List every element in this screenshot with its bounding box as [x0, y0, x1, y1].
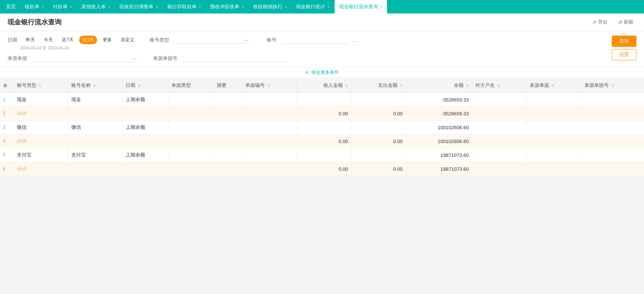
cell-date: 上期余额 [123, 121, 168, 134]
cell-row-num: 5 [0, 148, 14, 162]
table-body: 1 现金 现金 上期余额 -3528659.33 2 小计 0.00 0.00 … [0, 93, 644, 176]
cell-doc-number [242, 107, 297, 121]
source-doc-select-wrapper [33, 55, 138, 62]
sort-account-type-icon[interactable]: ⇅ [38, 84, 41, 88]
cell-account-name [68, 162, 122, 176]
collapse-label: 收起更多条件 [312, 70, 339, 75]
nav-tab-liushuichaxun[interactable]: 现金银行流水查询 × [335, 0, 387, 13]
nav-tab-qitashouru[interactable]: 其他收入单 × [77, 0, 115, 13]
account-label: 账号 [267, 37, 276, 43]
close-tab-3-icon[interactable]: × [156, 0, 158, 13]
nav-tab-shoukuandan[interactable]: 收款单 × [20, 0, 48, 13]
nav-tab-shoukuanhexiao[interactable]: 收款核销执行 × [249, 0, 291, 13]
close-tab-0-icon[interactable]: × [42, 0, 44, 13]
th-gear[interactable]: ⚙ [0, 78, 14, 93]
nav-tab-yushouzhong[interactable]: 预收冲应收单 × [206, 0, 248, 13]
close-tab-1-icon[interactable]: × [70, 0, 72, 13]
cell-expense [351, 93, 406, 107]
cell-source-doc [527, 93, 581, 107]
sort-income-icon[interactable]: ⇅ [345, 84, 348, 88]
close-tab-4-icon[interactable]: × [199, 0, 201, 13]
close-tab-2-icon[interactable]: × [108, 0, 110, 13]
source-doc-label: 来源单据 [8, 55, 27, 62]
cell-balance: 100102606.60 [406, 121, 472, 134]
th-date: 日期 ⇅ [123, 78, 168, 93]
cell-summary [214, 134, 242, 148]
cell-expense: 0.00 [351, 107, 406, 121]
table-row: 5 支付宝 支付宝 上期余额 19871073.60 [0, 148, 644, 162]
account-dots-button[interactable]: ... [351, 37, 359, 43]
cell-summary [214, 162, 242, 176]
cell-balance: 100102606.60 [406, 134, 472, 148]
date-btn-custom[interactable]: 自定义 [117, 36, 138, 44]
page-header: 现金银行流水查询 ↗ 导出 ↺ 刷新 [0, 13, 644, 31]
th-counterparty: 对方户名 ⇅ [472, 78, 526, 93]
cell-summary [214, 93, 242, 107]
cell-source-doc-num [581, 93, 644, 107]
account-input[interactable] [282, 36, 348, 44]
account-type-label: 账号类型 [150, 37, 169, 43]
nav-home[interactable]: 首页 [2, 0, 20, 13]
th-source-doc: 来源单据 ⇅ [527, 78, 581, 93]
nav-tab-fukuandan[interactable]: 付款单 × [48, 0, 77, 13]
source-doc-select[interactable] [33, 55, 138, 62]
nav-tab-yingshouyingfu[interactable]: 应收应付调整单 × [115, 0, 162, 13]
export-button[interactable]: ↗ 导出 [589, 17, 611, 27]
account-type-select[interactable]: 现金 微信 支付宝 [175, 36, 250, 44]
query-button[interactable]: 查询 [612, 36, 636, 47]
cell-income: 0.00 [297, 162, 351, 176]
nav-tab-yinhangcunqu[interactable]: 银行存取款单 × [163, 0, 206, 13]
data-table-container: ⚙ 账号类型 ⇅ 账号名称 ⇅ 日期 ⇅ 单据类型 摘要 [0, 78, 644, 176]
cell-income [297, 93, 351, 107]
table-row: 1 现金 现金 上期余额 -3528659.33 [0, 93, 644, 107]
sort-counterparty-icon[interactable]: ⇅ [497, 84, 500, 88]
cell-account-name: 微信 [68, 121, 122, 134]
cell-income [297, 148, 351, 162]
sort-source-doc-num-icon[interactable]: ⇅ [611, 84, 614, 88]
th-account-type: 账号类型 ⇅ [14, 78, 68, 93]
nav-tab-xianjinyinhangtongji[interactable]: 现金银行统计 × [291, 0, 334, 13]
cell-account-type: 小计 [14, 162, 68, 176]
close-tab-6-icon[interactable]: × [285, 0, 287, 13]
th-summary: 摘要 [214, 78, 242, 93]
table-row: 2 小计 0.00 0.00 -3528659.33 [0, 107, 644, 121]
source-doc-num-input[interactable] [183, 55, 288, 62]
date-label: 日期 [8, 37, 17, 43]
sort-source-doc-icon[interactable]: ⇅ [551, 84, 554, 88]
sort-account-name-icon[interactable]: ⇅ [93, 84, 96, 88]
th-expense: 支出金额 ⇅ [351, 78, 406, 93]
cell-income: 0.00 [297, 107, 351, 121]
date-btn-1month[interactable]: 近1月 [79, 36, 98, 44]
cell-account-type: 微信 [14, 121, 68, 134]
cell-expense: 0.00 [351, 134, 406, 148]
settings-button[interactable]: 设置 [612, 49, 636, 60]
th-doc-type: 单据类型 [168, 78, 213, 93]
cell-account-type: 小计 [14, 107, 68, 121]
cell-source-doc-num [581, 121, 644, 134]
table-header-row: ⚙ 账号类型 ⇅ 账号名称 ⇅ 日期 ⇅ 单据类型 摘要 [0, 78, 644, 93]
cell-account-name [68, 107, 122, 121]
cell-source-doc [527, 107, 581, 121]
date-btn-today[interactable]: 今天 [41, 36, 56, 44]
cell-date [123, 162, 168, 176]
cell-summary [214, 107, 242, 121]
close-tab-7-icon[interactable]: × [327, 0, 330, 13]
th-income: 收入金额 ⇅ [297, 78, 351, 93]
cell-counterparty [472, 148, 526, 162]
top-navigation: 首页 收款单 × 付款单 × 其他收入单 × 应收应付调整单 × 银行存取款单 … [0, 0, 644, 13]
date-btn-more[interactable]: 更多 [99, 36, 115, 44]
sort-date-icon[interactable]: ⇅ [138, 84, 141, 88]
cell-balance: 19871073.60 [406, 162, 472, 176]
date-btn-7days[interactable]: 近7天 [59, 36, 77, 44]
cell-doc-type [168, 107, 213, 121]
date-btn-yesterday[interactable]: 昨天 [23, 36, 38, 44]
sort-doc-num-icon[interactable]: ⇅ [267, 84, 270, 88]
close-tab-8-icon[interactable]: × [380, 0, 383, 13]
refresh-button[interactable]: ↺ 刷新 [615, 17, 636, 27]
gear-icon[interactable]: ⚙ [3, 83, 8, 88]
cell-date: 上期余额 [123, 93, 168, 107]
close-tab-5-icon[interactable]: × [242, 0, 244, 13]
sort-expense-icon[interactable]: ⇅ [400, 84, 403, 88]
sort-balance-icon[interactable]: ⇅ [466, 84, 469, 88]
collapse-bar[interactable]: ∧ 收起更多条件 [0, 67, 644, 78]
